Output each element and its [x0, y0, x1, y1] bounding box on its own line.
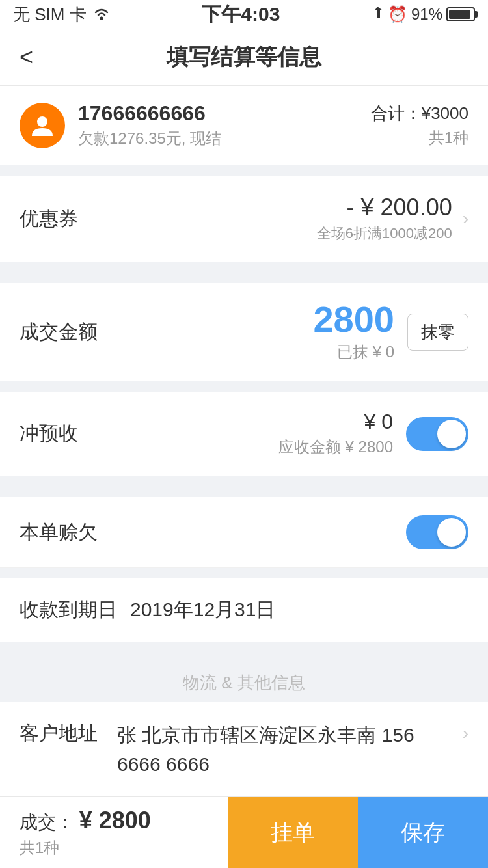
carrier-text: 无 SIM 卡: [13, 3, 87, 26]
address-label: 客户地址: [20, 720, 98, 747]
wifi-icon: [92, 5, 111, 25]
avatar: [20, 103, 65, 148]
prepay-label: 冲预收: [20, 420, 78, 447]
credit-toggle-knob: [437, 518, 466, 547]
status-left: 无 SIM 卡: [13, 3, 111, 26]
svg-point-1: [37, 116, 47, 127]
credit-section: 本单赊欠: [0, 497, 488, 568]
deal-section: 成交金额 2800 已抹 ¥ 0 抹零: [0, 283, 488, 381]
total-count: 共1种: [371, 128, 468, 148]
section-gap-1: [0, 273, 488, 283]
logistics-text: 物流 & 其他信息: [170, 671, 318, 694]
status-time: 下午4:03: [202, 1, 280, 28]
page-title: 填写结算等信息: [59, 42, 429, 72]
due-section: 收款到期日 2019年12月31日: [0, 578, 488, 642]
credit-toggle[interactable]: [406, 515, 468, 549]
credit-label: 本单赊欠: [20, 519, 98, 546]
status-bar: 无 SIM 卡 下午4:03 ⏰ 91%: [0, 0, 488, 29]
deal-label: 成交金额: [20, 319, 98, 346]
bottom-deal-amount: ¥ 2800: [79, 807, 151, 834]
hold-button[interactable]: 挂单: [228, 797, 358, 869]
back-button[interactable]: <: [20, 44, 59, 71]
bottom-count: 共1种: [20, 837, 208, 858]
coupon-detail: 全场6折满1000减200: [317, 224, 452, 243]
address-content: 张 北京市市辖区海淀区永丰南 156 6666 6666: [117, 720, 456, 779]
alarm-icon: ⏰: [388, 5, 407, 23]
address-chevron-icon: ›: [463, 723, 468, 744]
deal-amount: 2800: [313, 301, 394, 338]
due-date: 2019年12月31日: [130, 597, 275, 623]
round-button[interactable]: 抹零: [407, 314, 468, 351]
svg-point-0: [100, 16, 103, 20]
battery-icon: [446, 7, 475, 21]
nav-bar: < 填写结算等信息: [0, 29, 488, 86]
customer-row: 17666666666 欠款1276.35元, 现结 合计：¥3000 共1种: [0, 86, 488, 165]
bottom-bar: 成交： ¥ 2800 共1种 挂单 保存: [0, 796, 488, 868]
customer-phone: 17666666666: [78, 102, 221, 126]
battery-percent: 91%: [411, 5, 442, 23]
coupon-label: 优惠券: [20, 206, 78, 232]
prepay-toggle[interactable]: [406, 417, 468, 451]
prepay-sub: 应收金额 ¥ 2800: [278, 437, 393, 457]
due-label: 收款到期日: [20, 597, 117, 623]
status-right: ⏰ 91%: [371, 5, 475, 23]
prepay-section: 冲预收 ¥ 0 应收金额 ¥ 2800: [0, 392, 488, 476]
logistics-divider: 物流 & 其他信息: [0, 663, 488, 702]
chevron-right-icon: ›: [463, 208, 468, 229]
section-gap-3: [0, 653, 488, 663]
prepay-amount: ¥ 0: [278, 410, 393, 434]
address-section[interactable]: 客户地址 张 北京市市辖区海淀区永丰南 156 6666 6666 ›: [0, 702, 488, 798]
bottom-deal-label: 成交：: [20, 812, 74, 832]
total-amount: 合计：¥3000: [371, 102, 468, 125]
save-button[interactable]: 保存: [358, 797, 488, 869]
bottom-summary: 成交： ¥ 2800 共1种: [0, 807, 228, 858]
deal-rubbed: 已抹 ¥ 0: [313, 342, 394, 362]
main-content: 17666666666 欠款1276.35元, 现结 合计：¥3000 共1种 …: [0, 86, 488, 868]
toggle-knob: [437, 420, 466, 448]
section-gap-2: [0, 487, 488, 497]
location-icon: [371, 5, 384, 23]
coupon-row[interactable]: 优惠券 - ¥ 200.00 全场6折满1000减200 ›: [0, 176, 488, 262]
coupon-amount: - ¥ 200.00: [317, 194, 452, 221]
customer-sub: 欠款1276.35元, 现结: [78, 128, 221, 149]
